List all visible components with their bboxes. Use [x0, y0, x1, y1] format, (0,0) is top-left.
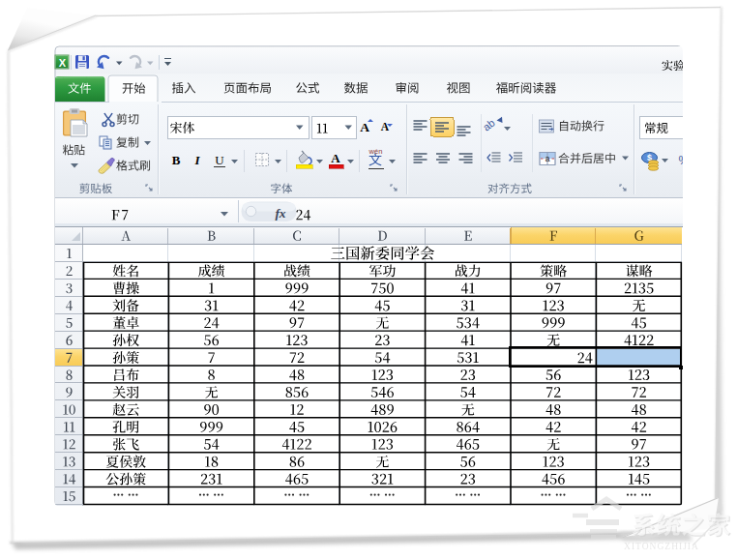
svg-text:wén: wén	[368, 147, 383, 156]
svg-text:I: I	[193, 153, 200, 167]
svg-text:a: a	[545, 154, 550, 163]
svg-text:A: A	[360, 120, 369, 134]
svg-text:fx: fx	[275, 206, 285, 221]
svg-text:U: U	[215, 153, 224, 167]
svg-text:X: X	[59, 57, 67, 69]
svg-text:A: A	[381, 121, 390, 133]
svg-text:A: A	[331, 151, 340, 165]
svg-text:B: B	[172, 153, 181, 167]
svg-text:XITONGZHIJIA: XITONGZHIJIA	[624, 542, 699, 551]
